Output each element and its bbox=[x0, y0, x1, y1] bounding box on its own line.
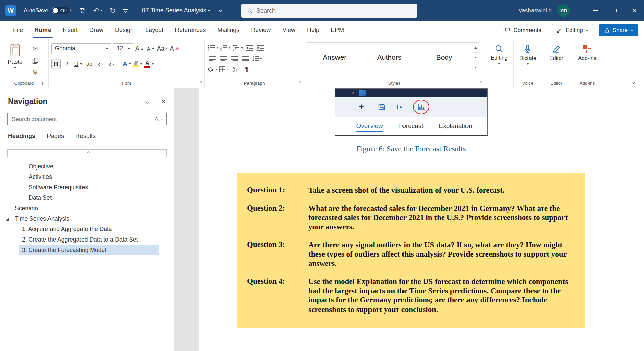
cut-button[interactable]: ✂ bbox=[30, 44, 40, 53]
show-formatting-button[interactable]: ¶ bbox=[242, 64, 251, 74]
ribbon-tab-view[interactable]: View bbox=[277, 21, 301, 39]
nav-tab-headings[interactable]: Headings bbox=[8, 133, 35, 143]
search-options[interactable] bbox=[154, 117, 163, 122]
nav-heading-item[interactable]: Activities bbox=[0, 172, 174, 182]
ribbon-tab-draw[interactable]: Draw bbox=[84, 21, 109, 39]
paste-button[interactable]: Paste bbox=[3, 42, 28, 77]
nav-heading-item[interactable]: Data Set bbox=[0, 193, 174, 203]
ribbon-tab-design[interactable]: Design bbox=[109, 21, 139, 39]
document-page[interactable]: ‹ + ▶ bbox=[199, 88, 644, 351]
multilevel-list-button[interactable] bbox=[232, 43, 243, 53]
numbering-button[interactable]: 123 bbox=[220, 43, 231, 53]
save-button[interactable] bbox=[79, 8, 86, 14]
share-button[interactable]: Share bbox=[599, 24, 638, 36]
addins-button[interactable]: Add-ins bbox=[574, 42, 601, 61]
gallery-more-button[interactable] bbox=[472, 62, 479, 72]
close-pane-button[interactable]: ✕ bbox=[161, 98, 166, 105]
autosave-toggle[interactable]: Off bbox=[52, 7, 71, 14]
ribbon-tab-epm[interactable]: EPM bbox=[325, 21, 350, 39]
editor-button[interactable]: Editor bbox=[545, 42, 568, 61]
search-input[interactable] bbox=[256, 7, 391, 14]
customize-quick-access-button[interactable] bbox=[123, 9, 128, 12]
word-logo-icon[interactable]: W bbox=[5, 5, 16, 16]
titlebar-search[interactable] bbox=[242, 4, 417, 18]
gallery-scroll-down-button[interactable] bbox=[472, 53, 479, 62]
nav-tab-pages[interactable]: Pages bbox=[47, 133, 64, 143]
align-left-button[interactable] bbox=[207, 54, 217, 64]
borders-button[interactable] bbox=[219, 64, 229, 74]
nav-heading-item[interactable]: Scenario bbox=[0, 203, 174, 214]
document-search-input[interactable] bbox=[12, 116, 154, 123]
ribbon-tab-review[interactable]: Review bbox=[245, 21, 277, 39]
paragraph-dialog-launcher-icon[interactable] bbox=[298, 82, 301, 85]
align-center-button[interactable] bbox=[219, 54, 228, 64]
justify-button[interactable] bbox=[241, 54, 250, 64]
ribbon-tab-insert[interactable]: Insert bbox=[57, 21, 84, 39]
subscript-button[interactable]: x2 bbox=[96, 59, 105, 69]
strikethrough-button[interactable]: ab bbox=[85, 59, 94, 69]
ribbon-tab-help[interactable]: Help bbox=[301, 21, 325, 39]
bullets-button[interactable] bbox=[207, 43, 218, 53]
increase-indent-button[interactable] bbox=[256, 43, 265, 53]
nav-heading-item[interactable]: Time Series Analysis bbox=[0, 214, 174, 224]
nav-heading-item[interactable]: 3. Create the Forecasting Model bbox=[19, 245, 159, 255]
highlight-color-button[interactable] bbox=[133, 59, 142, 69]
blank-heading-item[interactable] bbox=[7, 149, 167, 157]
shrink-font-button[interactable]: A bbox=[146, 43, 155, 54]
nav-heading-item[interactable]: Software Prerequisites bbox=[0, 182, 174, 193]
ribbon-tab-mailings[interactable]: Mailings bbox=[212, 21, 245, 39]
ribbon-tab-references[interactable]: References bbox=[169, 21, 212, 39]
styles-dialog-launcher-icon[interactable] bbox=[479, 82, 482, 85]
nav-heading-item[interactable]: Objective bbox=[0, 161, 174, 172]
ribbon-tab-home[interactable]: Home bbox=[29, 21, 57, 39]
style-card-body[interactable]: Body bbox=[417, 43, 472, 72]
bold-button[interactable]: B bbox=[51, 59, 61, 69]
style-card-authors[interactable]: Authors bbox=[362, 43, 417, 72]
nav-tab-results[interactable]: Results bbox=[75, 133, 96, 143]
text-effects-button[interactable]: A bbox=[122, 59, 131, 69]
font-name-select[interactable]: Georgia bbox=[51, 43, 111, 54]
nav-heading-item[interactable]: 1. Acquire and Aggregate the Data bbox=[0, 224, 174, 234]
collapse-ribbon-button[interactable] bbox=[632, 78, 635, 85]
sort-button[interactable]: AZ ↓ bbox=[231, 64, 240, 74]
undo-dropdown-icon[interactable] bbox=[100, 10, 102, 11]
restore-button[interactable] bbox=[605, 0, 624, 21]
decrease-indent-button[interactable] bbox=[245, 43, 254, 53]
shading-button[interactable] bbox=[207, 64, 218, 74]
comments-button[interactable]: Comments bbox=[500, 24, 546, 36]
line-spacing-button[interactable] bbox=[252, 54, 262, 64]
redo-button[interactable]: ↻ bbox=[110, 7, 116, 14]
ribbon-tab-file[interactable]: File bbox=[7, 21, 29, 39]
clipboard-dialog-launcher-icon[interactable] bbox=[42, 82, 46, 85]
nav-heading-item[interactable]: 2. Create the Aggregated Data to a Data … bbox=[0, 234, 174, 245]
nav-heading-label: Software Prerequisites bbox=[29, 184, 88, 191]
align-right-button[interactable] bbox=[230, 54, 239, 64]
grow-font-button[interactable]: A bbox=[135, 43, 144, 54]
minimize-button[interactable] bbox=[585, 0, 605, 21]
underline-button[interactable]: U bbox=[73, 59, 83, 69]
avatar[interactable]: YD bbox=[557, 4, 570, 17]
font-dialog-launcher-icon[interactable] bbox=[199, 82, 202, 85]
close-button[interactable]: ✕ bbox=[624, 0, 644, 21]
paste-dropdown-icon[interactable] bbox=[14, 67, 17, 69]
superscript-button[interactable]: x2 bbox=[107, 59, 116, 69]
italic-button[interactable]: I bbox=[62, 59, 72, 69]
pane-options-chevron-icon[interactable] bbox=[145, 100, 149, 103]
font-size-select[interactable]: 12 bbox=[113, 43, 133, 54]
collapse-triangle-icon[interactable] bbox=[6, 217, 9, 221]
undo-button[interactable]: ↶ bbox=[93, 7, 102, 14]
editing-mode-button[interactable]: Editing bbox=[552, 24, 593, 36]
gallery-scroll-up-button[interactable] bbox=[472, 43, 479, 53]
font-color-button[interactable]: A bbox=[144, 59, 154, 69]
navigation-search[interactable] bbox=[7, 113, 167, 125]
change-case-button[interactable]: Aa bbox=[157, 43, 168, 54]
clear-formatting-button[interactable]: A bbox=[169, 43, 179, 54]
document-title[interactable]: 07 Time Series Analysis -... bbox=[142, 7, 222, 14]
style-card-answer[interactable]: Answer bbox=[307, 43, 362, 72]
dictate-button[interactable]: Dictate bbox=[516, 42, 539, 65]
format-painter-button[interactable] bbox=[30, 68, 40, 77]
copy-button[interactable] bbox=[30, 56, 40, 65]
editing-menu-button[interactable]: Editing bbox=[488, 42, 511, 64]
ribbon-tab-layout[interactable]: Layout bbox=[139, 21, 169, 39]
user-name[interactable]: yashaswini d bbox=[519, 7, 552, 14]
